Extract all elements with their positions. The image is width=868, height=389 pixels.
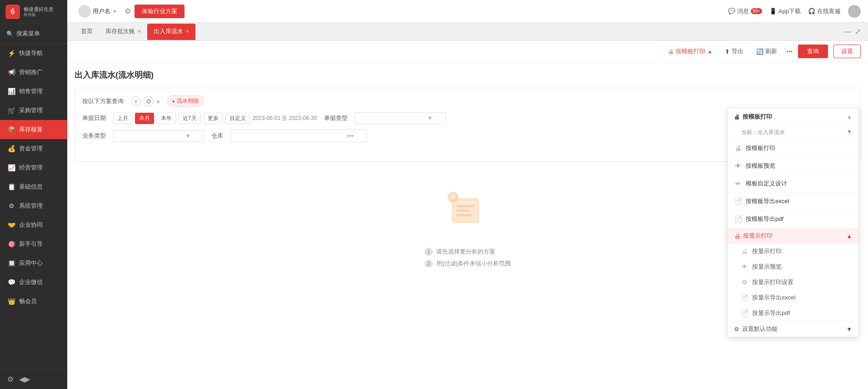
sidebar-item-system[interactable]: ⚙ 系统管理	[0, 196, 67, 215]
topbar-user-avatar[interactable]	[848, 5, 861, 18]
dropdown-footer[interactable]: ⚙ 设置默认功能 ▼	[728, 321, 858, 337]
sidebar-item-purchase[interactable]: 🛒 采购管理	[0, 101, 67, 120]
svg-rect-3	[456, 209, 470, 212]
filter-top-row: 按以下方案查询 + ⚙ « ● 流水明细	[82, 95, 853, 107]
sidebar-item-sales[interactable]: 📊 销售管理	[0, 82, 67, 101]
tab-batch[interactable]: 库存批次账 ×	[99, 24, 147, 40]
sales-icon: 📊	[7, 88, 15, 95]
section-collapse-icon: ▲	[846, 233, 852, 239]
date-btn-7days[interactable]: 近7天	[179, 113, 201, 124]
search-menu-btn[interactable]: 🔍 搜索菜单	[5, 28, 63, 40]
user-name: 用户名	[93, 7, 110, 15]
dropdown-header: 🖨 按模板打印 ▲	[728, 108, 858, 126]
sidebar-item-marketing[interactable]: 📢 营销推广	[0, 63, 67, 82]
tab-batch-close[interactable]: ×	[138, 28, 141, 35]
refresh-btn[interactable]: 🔄 刷新	[753, 45, 781, 57]
empty-steps: 1 请先选择要分析的方案 2 用[过滤]条件来缩小分析范围	[424, 246, 510, 269]
dropdown-item-template-design[interactable]: ✏ 模板自定义设计	[728, 175, 858, 193]
empty-step-2: 2 用[过滤]条件来缩小分析范围	[424, 258, 510, 269]
dropdown-item-display-pdf[interactable]: 📄 按显示导出pdf	[728, 305, 858, 321]
display-pdf-icon: 📄	[740, 309, 748, 317]
chevron-up-icon: ▲	[707, 49, 712, 54]
display-preview-icon: 👁	[740, 263, 748, 270]
svg-rect-2	[456, 205, 474, 207]
sidebar-item-finance[interactable]: 💰 资金管理	[0, 139, 67, 158]
sidebar-item-management[interactable]: 📈 经营管理	[0, 158, 67, 177]
collapse-sidebar-icon[interactable]: ◀▶	[19, 375, 30, 384]
app-download-action[interactable]: 📱 App下载	[769, 7, 801, 15]
trial-btn[interactable]: 体验行业方案	[135, 5, 185, 18]
dropdown-item-template-preview[interactable]: 👁 按模板预览	[728, 157, 858, 175]
dropdown-item-template-excel[interactable]: 📄 按模板导出excel	[728, 193, 858, 210]
export-btn[interactable]: ⬆ 导出	[721, 45, 747, 57]
date-range-display: 2023-06-01 至 2023-06-30	[253, 115, 317, 122]
settings-btn[interactable]: 设置	[833, 45, 861, 58]
tab-home[interactable]: 首页	[75, 24, 99, 40]
topbar-gear-icon[interactable]: ⚙	[125, 7, 131, 15]
dropdown-item-display-settings[interactable]: ⚙ 按显示打印设置	[728, 274, 858, 290]
message-action[interactable]: 💬 消息 99+	[728, 7, 762, 15]
refresh-icon: 🔄	[756, 48, 763, 55]
date-btn-this-year[interactable]: 本年	[157, 113, 176, 124]
topbar-right: 💬 消息 99+ 📱 App下载 🎧 在线客服	[728, 5, 861, 18]
date-btn-more[interactable]: 更多	[204, 113, 223, 124]
tab-maximize-icon[interactable]: ⤢	[855, 27, 861, 36]
empty-step-1: 1 请先选择要分析的方案	[424, 246, 510, 258]
tabs-right: — ⤢	[844, 27, 861, 36]
filter-tag: ● 流水明细	[167, 95, 204, 107]
sidebar-item-member[interactable]: 👑 畅会员	[0, 292, 67, 311]
template-print-dropdown: 🖨 按模板打印 ▲ 当前：出入库流水 ▼ 🖨 按模板打印 👁 按模板预览	[727, 108, 859, 337]
user-dropdown[interactable]: 用户名 ▼	[75, 3, 121, 20]
voucher-type-select[interactable]: ▼	[355, 112, 446, 124]
dropdown-section-display[interactable]: 🖨 按显示打印 ▲	[728, 228, 858, 244]
user-avatar	[78, 5, 91, 18]
dropdown-item-display-print[interactable]: 🖨 按显示打印	[728, 244, 858, 259]
sidebar-search[interactable]: 🔍 搜索菜单	[0, 24, 67, 44]
dropdown-item-template-pdf[interactable]: 📄 按模板导出pdf	[728, 210, 858, 228]
item-excel-icon: 📄	[734, 198, 742, 205]
query-btn[interactable]: 查询	[798, 45, 828, 58]
message-badge: 99+	[751, 8, 762, 14]
warehouse-select[interactable]: •••	[230, 130, 367, 142]
filter-tag-icon: ●	[172, 99, 175, 104]
export-icon: ⬆	[725, 48, 730, 55]
date-btn-this-month[interactable]: 本月	[135, 113, 154, 124]
filter-prefix-label: 按以下方案查询	[82, 97, 124, 105]
logo-text: 畅捷通好生意 标准版	[24, 6, 54, 18]
date-btn-custom[interactable]: 自定义	[225, 113, 250, 124]
tab-flow[interactable]: 出入库流水 ×	[147, 24, 195, 40]
dropdown-item-display-excel[interactable]: 📄 按显示导出excel	[728, 290, 858, 305]
section-print-icon: 🖨	[734, 232, 740, 239]
sidebar-item-inventory[interactable]: 📦 库存核算	[0, 120, 67, 139]
member-icon: 👑	[7, 298, 15, 305]
sidebar-item-quick-nav[interactable]: ⚡ 快捷导航	[0, 44, 67, 63]
tab-minimize-icon[interactable]: —	[844, 28, 851, 36]
filter-collapse-btn[interactable]: «	[156, 98, 160, 105]
dropdown-collapse-icon[interactable]: ▲	[847, 114, 852, 120]
dropdown-item-display-preview[interactable]: 👁 按显示预览	[728, 259, 858, 274]
sidebar-item-basic[interactable]: 📋 基础信息	[0, 177, 67, 196]
filter-add-btn[interactable]: +	[131, 96, 141, 106]
footer-settings-icon: ⚙	[734, 326, 739, 333]
system-icon: ⚙	[7, 202, 15, 209]
item-pdf-icon: 📄	[734, 215, 742, 223]
sidebar-item-guide[interactable]: 🎯 新手引导	[0, 234, 67, 254]
warehouse-more[interactable]: •••	[347, 132, 354, 140]
sidebar-item-apps[interactable]: 🔲 应用中心	[0, 254, 67, 273]
voucher-type-label: 单据类型	[324, 114, 348, 122]
date-filter: 上月 本月 本年 近7天 更多 自定义 2023-06-01 至 2023-06…	[113, 113, 317, 124]
sidebar-item-wechat[interactable]: 💬 企业微信	[0, 273, 67, 292]
settings-bottom-icon[interactable]: ⚙	[7, 375, 14, 384]
business-type-select[interactable]: ▼	[113, 130, 204, 142]
filter-gear-btn[interactable]: ⚙	[144, 96, 154, 106]
date-filter-label: 单据日期	[82, 114, 106, 122]
dropdown-item-template-print[interactable]: 🖨 按模板打印	[728, 140, 858, 157]
purchase-icon: 🛒	[7, 107, 15, 114]
display-print-icon: 🖨	[740, 248, 748, 255]
tab-flow-close[interactable]: ×	[186, 28, 189, 35]
action-more-dots[interactable]: •••	[786, 48, 793, 55]
sidebar-item-collab[interactable]: 🤝 企业协同	[0, 215, 67, 234]
template-print-btn[interactable]: 🖨 按模板打印 ▲	[664, 45, 716, 57]
date-btn-last-month[interactable]: 上月	[113, 113, 132, 124]
online-service-action[interactable]: 🎧 在线客服	[808, 7, 841, 15]
